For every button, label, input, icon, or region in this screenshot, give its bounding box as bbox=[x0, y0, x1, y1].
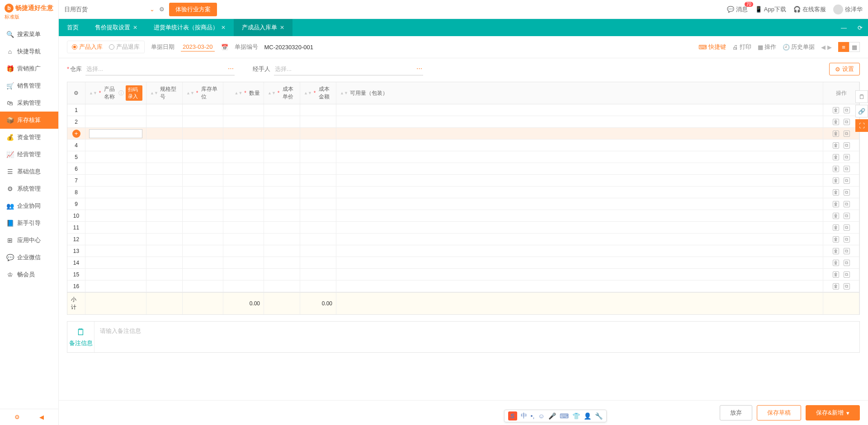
delete-row-icon[interactable]: 🗑 bbox=[833, 236, 839, 243]
sidebar-item-10[interactable]: 👥企业协同 bbox=[0, 197, 58, 215]
col-available[interactable]: ▲▼可用量（包装） bbox=[336, 82, 823, 104]
history-link[interactable]: 🕘 历史单据 bbox=[783, 43, 815, 51]
ime-user-icon[interactable]: 👤 bbox=[584, 412, 591, 420]
ime-keyboard-icon[interactable]: ⌨ bbox=[560, 412, 569, 420]
copy-row-icon[interactable]: ⧉ bbox=[844, 271, 850, 278]
radio-product-out[interactable]: 产品退库 bbox=[109, 43, 140, 51]
service-button[interactable]: 🎧 在线客服 bbox=[793, 5, 826, 14]
copy-row-icon[interactable]: ⧉ bbox=[844, 224, 850, 231]
ime-tool-icon[interactable]: 🔧 bbox=[595, 412, 603, 420]
delete-row-icon[interactable]: 🗑 bbox=[833, 201, 839, 207]
copy-row-icon[interactable]: ⧉ bbox=[844, 119, 850, 125]
copy-row-icon[interactable]: ⧉ bbox=[844, 107, 850, 113]
calendar-icon[interactable]: 📅 bbox=[221, 44, 228, 51]
delete-row-icon[interactable]: 🗑 bbox=[833, 283, 839, 290]
close-icon[interactable]: ✕ bbox=[221, 24, 226, 31]
copy-row-icon[interactable]: ⧉ bbox=[844, 213, 850, 219]
shop-selector[interactable]: 日用百货 ⌄ bbox=[64, 5, 155, 14]
next-icon[interactable]: ▶ bbox=[827, 44, 832, 51]
sidebar-item-3[interactable]: 🛒销售管理 bbox=[0, 77, 58, 94]
sidebar-item-2[interactable]: 🎁营销推广 bbox=[0, 60, 58, 77]
dock-expand-icon[interactable]: ⛶ bbox=[855, 119, 868, 132]
sidebar-item-14[interactable]: ♔畅会员 bbox=[0, 266, 58, 283]
delete-row-icon[interactable]: 🗑 bbox=[833, 248, 839, 254]
table-row[interactable]: 4🗑⧉ bbox=[67, 140, 859, 151]
sidebar-item-5[interactable]: 📦库存核算 bbox=[0, 112, 58, 129]
sidebar-item-13[interactable]: 💬企业微信 bbox=[0, 249, 58, 266]
col-product-name[interactable]: ▲▼ *产品名称 ⓘ 扫码录入 bbox=[85, 82, 146, 104]
copy-row-icon[interactable]: ⧉ bbox=[844, 201, 850, 207]
dock-link-icon[interactable]: 🔗 bbox=[855, 105, 868, 117]
delete-row-icon[interactable]: 🗑 bbox=[833, 107, 839, 113]
ime-punct-icon[interactable]: •, bbox=[531, 412, 535, 420]
sidebar-item-6[interactable]: 💰资金管理 bbox=[0, 129, 58, 146]
close-icon[interactable]: ✕ bbox=[133, 24, 137, 31]
settings-button[interactable]: ⚙ 设置 bbox=[829, 63, 860, 75]
table-row[interactable]: +🗑⧉ bbox=[67, 128, 859, 140]
delete-row-icon[interactable]: 🗑 bbox=[833, 177, 839, 184]
table-row[interactable]: 7🗑⧉ bbox=[67, 175, 859, 187]
copy-row-icon[interactable]: ⧉ bbox=[844, 131, 850, 137]
ime-toolbar[interactable]: S 中 •, ☺ 🎤 ⌨ 👕 👤 🔧 bbox=[504, 410, 607, 422]
ime-mic-icon[interactable]: 🎤 bbox=[548, 412, 556, 420]
trial-button[interactable]: 体验行业方案 bbox=[169, 3, 217, 16]
close-icon[interactable]: ✕ bbox=[280, 24, 284, 31]
radio-product-in[interactable]: 产品入库 bbox=[72, 43, 103, 51]
gear-icon[interactable]: ⚙ bbox=[14, 414, 20, 420]
table-row[interactable]: 6🗑⧉ bbox=[67, 163, 859, 175]
delete-row-icon[interactable]: 🗑 bbox=[833, 189, 839, 196]
sidebar-item-0[interactable]: 🔍搜索菜单 bbox=[0, 26, 58, 43]
delete-row-icon[interactable]: 🗑 bbox=[833, 260, 839, 266]
view-grid-icon[interactable]: ▦ bbox=[849, 42, 860, 52]
sidebar-item-8[interactable]: ☰基础信息 bbox=[0, 163, 58, 180]
sidebar-item-9[interactable]: ⚙系统管理 bbox=[0, 180, 58, 197]
sidebar-item-12[interactable]: ⊞应用中心 bbox=[0, 232, 58, 249]
table-row[interactable]: 16🗑⧉ bbox=[67, 280, 859, 292]
download-button[interactable]: 📱 App下载 bbox=[755, 5, 786, 14]
table-row[interactable]: 2🗑⧉ bbox=[67, 116, 859, 128]
tab-1[interactable]: 售价提取设置✕ bbox=[87, 19, 146, 36]
remark-tab[interactable]: 🗒 备注信息 bbox=[67, 322, 94, 352]
sidebar-item-7[interactable]: 📈经营管理 bbox=[0, 146, 58, 163]
shortcut-link[interactable]: ⌨ 快捷键 bbox=[698, 43, 726, 51]
add-row-icon[interactable]: + bbox=[72, 130, 80, 138]
table-row[interactable]: 12🗑⧉ bbox=[67, 234, 859, 245]
delete-row-icon[interactable]: 🗑 bbox=[833, 166, 839, 172]
scan-input-button[interactable]: 扫码录入 bbox=[126, 85, 142, 101]
sidebar-item-11[interactable]: 📘新手引导 bbox=[0, 215, 58, 232]
copy-row-icon[interactable]: ⧉ bbox=[844, 142, 850, 149]
prev-icon[interactable]: ◀ bbox=[821, 44, 826, 51]
operate-link[interactable]: ▦ 操作 bbox=[758, 43, 776, 51]
copy-row-icon[interactable]: ⧉ bbox=[844, 154, 850, 160]
handler-select[interactable]: 选择... ⋯ bbox=[274, 63, 423, 75]
table-row[interactable]: 11🗑⧉ bbox=[67, 222, 859, 234]
delete-row-icon[interactable]: 🗑 bbox=[833, 271, 839, 278]
delete-row-icon[interactable]: 🗑 bbox=[833, 131, 839, 137]
tab-minimize[interactable]: — bbox=[835, 19, 852, 36]
delete-row-icon[interactable]: 🗑 bbox=[833, 213, 839, 219]
copy-row-icon[interactable]: ⧉ bbox=[844, 189, 850, 196]
delete-row-icon[interactable]: 🗑 bbox=[833, 224, 839, 231]
table-row[interactable]: 14🗑⧉ bbox=[67, 257, 859, 269]
tab-3[interactable]: 产成品入库单✕ bbox=[234, 19, 292, 36]
remark-input[interactable]: 请输入备注信息 bbox=[94, 322, 859, 352]
shop-gear-icon[interactable]: ⚙ bbox=[159, 6, 165, 13]
table-row[interactable]: 13🗑⧉ bbox=[67, 245, 859, 257]
messages-button[interactable]: 💬 消息 70 bbox=[727, 5, 748, 14]
discard-button[interactable]: 放弃 bbox=[720, 405, 752, 420]
save-draft-button[interactable]: 保存草稿 bbox=[757, 405, 801, 420]
sidebar-item-4[interactable]: 🛍采购管理 bbox=[0, 94, 58, 112]
delete-row-icon[interactable]: 🗑 bbox=[833, 119, 839, 125]
col-spec[interactable]: ▲▼规格型号 bbox=[146, 82, 183, 104]
date-value[interactable]: 2023-03-20 bbox=[181, 42, 215, 51]
dock-note-icon[interactable]: 🗒 bbox=[855, 90, 868, 103]
col-amount[interactable]: ▲▼*成本金额 bbox=[300, 82, 336, 104]
copy-row-icon[interactable]: ⧉ bbox=[844, 260, 850, 266]
product-name-input[interactable] bbox=[89, 129, 142, 138]
copy-row-icon[interactable]: ⧉ bbox=[844, 248, 850, 254]
col-unit[interactable]: ▲▼*库存单位 bbox=[183, 82, 223, 104]
delete-row-icon[interactable]: 🗑 bbox=[833, 154, 839, 160]
copy-row-icon[interactable]: ⧉ bbox=[844, 166, 850, 172]
user-menu[interactable]: 徐泽华 bbox=[833, 5, 863, 14]
sidebar-item-1[interactable]: ⌂快捷导航 bbox=[0, 43, 58, 60]
